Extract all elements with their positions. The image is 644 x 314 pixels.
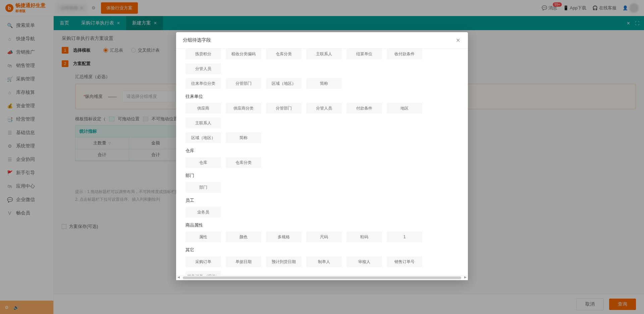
field-chip[interactable]: 尺码 bbox=[306, 232, 342, 242]
group-title: 员工 bbox=[185, 197, 461, 203]
field-chip[interactable]: 供应商 bbox=[185, 103, 221, 114]
field-chip[interactable]: 拣货积分 bbox=[185, 49, 221, 59]
field-chip[interactable]: 仓库分类 bbox=[266, 49, 302, 59]
field-chip[interactable]: 主联系人 bbox=[185, 118, 221, 128]
field-chip[interactable]: 审核人 bbox=[346, 256, 382, 267]
field-chip[interactable]: 分管部门 bbox=[266, 103, 302, 114]
field-chip[interactable]: 单据日期 bbox=[226, 256, 261, 267]
modal-title: 分组待选字段 bbox=[183, 37, 211, 43]
modal-body[interactable]: 拣货积分税收分类编码仓库分类主联系人结算单位收付款条件分管人员 往来单位分类分管… bbox=[176, 49, 468, 275]
field-chip[interactable]: 供应商分类 bbox=[226, 103, 261, 114]
modal-horizontal-scrollbar[interactable] bbox=[176, 275, 468, 280]
field-chip[interactable]: 区域（地区） bbox=[185, 132, 221, 143]
field-chip[interactable]: 部门 bbox=[185, 182, 221, 193]
modal-header: 分组待选字段 ✕ bbox=[176, 32, 468, 49]
field-group: 员工业务员 bbox=[185, 197, 461, 217]
field-chip[interactable]: 鞋码 bbox=[346, 232, 382, 242]
group-title: 部门 bbox=[185, 173, 461, 179]
modal-close-icon[interactable]: ✕ bbox=[454, 37, 461, 44]
field-chip[interactable]: 分管人员 bbox=[185, 63, 221, 74]
field-chip[interactable]: 销售订单号 bbox=[387, 256, 422, 267]
group-title: 其它 bbox=[185, 247, 461, 253]
field-chip[interactable]: 收付款条件 bbox=[387, 49, 422, 59]
field-group: 其它采购订单单据日期预计到货日期制单人审核人销售订单号销售订单（明细）赠品采购单… bbox=[185, 247, 461, 275]
field-chip[interactable]: 分管人员 bbox=[306, 103, 342, 114]
field-chip[interactable]: 属性 bbox=[185, 232, 221, 242]
field-chip[interactable]: 销售订单（明细） bbox=[185, 271, 221, 275]
field-chip[interactable]: 主联系人 bbox=[306, 49, 342, 59]
field-chip[interactable]: 简称 bbox=[306, 78, 342, 89]
field-chip[interactable]: 简称 bbox=[226, 132, 261, 143]
field-group: 商品属性属性颜色多规格尺码鞋码1 bbox=[185, 222, 461, 242]
field-chip[interactable]: 采购订单 bbox=[185, 256, 221, 267]
field-chip[interactable]: 地区 bbox=[387, 103, 422, 114]
field-chip[interactable]: 分管部门 bbox=[226, 78, 261, 89]
field-group: 仓库仓库仓库分类 bbox=[185, 148, 461, 168]
field-group: 部门部门 bbox=[185, 173, 461, 193]
field-chip[interactable]: 仓库 bbox=[185, 157, 221, 168]
field-group: 往来单位供应商供应商分类分管部门分管人员付款条件地区主联系人区域（地区）简称 bbox=[185, 93, 461, 143]
field-chip[interactable]: 业务员 bbox=[185, 207, 221, 217]
field-chip[interactable]: 预计到货日期 bbox=[266, 256, 302, 267]
field-chip[interactable]: 多规格 bbox=[266, 232, 302, 242]
field-chip[interactable]: 税收分类编码 bbox=[226, 49, 261, 59]
field-chip[interactable]: 仓库分类 bbox=[226, 157, 261, 168]
group-title: 往来单位 bbox=[185, 93, 461, 100]
group-title: 商品属性 bbox=[185, 222, 461, 228]
field-chip[interactable]: 制单人 bbox=[306, 256, 342, 267]
field-chip[interactable]: 颜色 bbox=[226, 232, 261, 242]
field-chip[interactable]: 区域（地区） bbox=[266, 78, 302, 89]
group-title: 仓库 bbox=[185, 148, 461, 154]
field-chip[interactable]: 结算单位 bbox=[346, 49, 382, 59]
field-selector-modal: 分组待选字段 ✕ 拣货积分税收分类编码仓库分类主联系人结算单位收付款条件分管人员… bbox=[176, 32, 468, 280]
field-chip[interactable]: 1 bbox=[387, 232, 422, 242]
field-chip[interactable]: 付款条件 bbox=[346, 103, 382, 114]
field-chip[interactable]: 往来单位分类 bbox=[185, 78, 221, 89]
scrollbar-thumb[interactable] bbox=[183, 276, 461, 279]
